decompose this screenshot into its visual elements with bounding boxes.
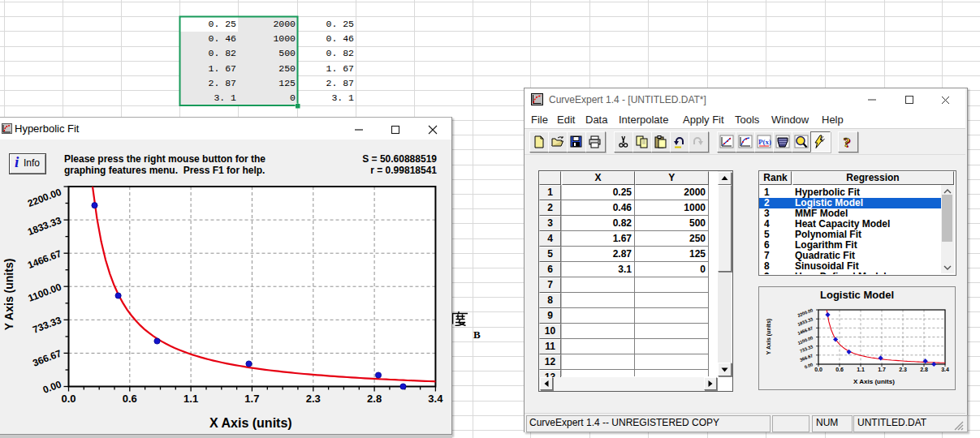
svg-text:?: ? (844, 135, 851, 149)
svg-text:P(x): P(x) (758, 138, 771, 146)
